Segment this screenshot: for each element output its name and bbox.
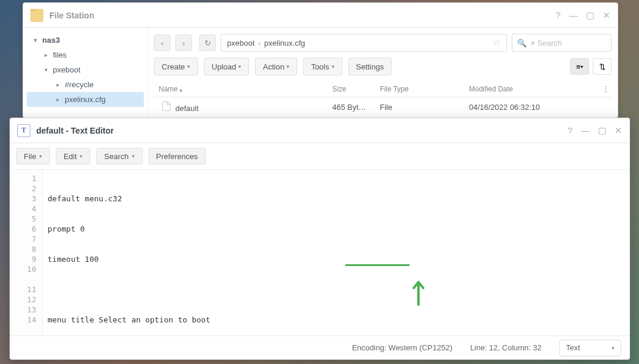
- code-line: prompt 0: [48, 224, 629, 234]
- syntax-mode-select[interactable]: Text▾: [559, 340, 621, 356]
- minimize-icon[interactable]: —: [581, 125, 590, 136]
- status-bar: Encoding: Western (CP1252) Line: 12, Col…: [10, 335, 629, 359]
- chevron-right-icon: ▸: [45, 52, 51, 58]
- reload-button[interactable]: ↻: [199, 34, 216, 51]
- code-line: menu title Select an option to boot: [48, 315, 629, 325]
- create-button[interactable]: Create▾: [154, 58, 198, 75]
- tree-item-pxeboot[interactable]: ▾pxeboot: [23, 62, 147, 77]
- file-menu[interactable]: File▾: [16, 148, 50, 164]
- tree-item-files[interactable]: ▸files: [23, 48, 147, 62]
- file-station-title: File Station: [49, 11, 94, 20]
- tree-root-nas3[interactable]: ▾nas3: [23, 33, 147, 48]
- close-icon[interactable]: ✕: [603, 10, 610, 21]
- code-line: [48, 284, 629, 295]
- text-editor-titlebar[interactable]: T default - Text Editor ? — ▢ ✕: [10, 118, 629, 143]
- col-size[interactable]: Size: [332, 85, 380, 93]
- star-icon[interactable]: ☆: [493, 37, 501, 48]
- status-position: Line: 12, Column: 32: [470, 343, 542, 352]
- search-icon: 🔍: [517, 39, 527, 48]
- breadcrumb-part[interactable]: pxelinux.cfg: [265, 39, 306, 48]
- text-editor-title: default - Text Editor: [36, 126, 114, 135]
- close-icon[interactable]: ✕: [615, 125, 622, 136]
- text-editor-window: T default - Text Editor ? — ▢ ✕ File▾ Ed…: [10, 118, 630, 360]
- nav-back-button[interactable]: ‹: [154, 34, 171, 51]
- folder-app-icon: [30, 9, 43, 22]
- file-table: Name ▴ Size File Type Modified Date ⋮ de…: [154, 81, 612, 117]
- help-icon[interactable]: ?: [556, 10, 561, 21]
- tree-item-pxelinux-cfg[interactable]: ▸pxelinux.cfg: [27, 92, 144, 107]
- nav-forward-button[interactable]: ›: [175, 34, 192, 51]
- chevron-down-icon: ▾: [45, 67, 51, 73]
- annotation-arrow-icon: [373, 271, 427, 320]
- file-station-main: ‹ › ↻ pxeboot › pxelinux.cfg ☆ 🔍▾ Search…: [148, 28, 618, 118]
- minimize-icon[interactable]: —: [569, 10, 578, 21]
- tools-button[interactable]: Tools▾: [303, 58, 342, 75]
- action-button[interactable]: Action▾: [255, 58, 297, 75]
- file-station-sidebar: ▾nas3 ▸files ▾pxeboot ▸#recycle ▸pxelinu…: [23, 28, 148, 118]
- breadcrumb-part[interactable]: pxeboot: [227, 39, 254, 48]
- list-view-button[interactable]: ≡▾: [570, 58, 589, 75]
- table-row[interactable]: default 465 Byt… File 04/16/2022 06:32:1…: [154, 97, 612, 117]
- col-modified[interactable]: Modified Date: [469, 85, 600, 93]
- help-icon[interactable]: ?: [568, 125, 572, 136]
- table-header: Name ▴ Size File Type Modified Date ⋮: [154, 81, 612, 97]
- chevron-down-icon: ▾: [34, 37, 40, 43]
- text-editor-menubar: File▾ Edit▾ Search▾ Preferences: [10, 143, 629, 170]
- search-input[interactable]: 🔍▾ Search: [512, 34, 612, 52]
- tree-item-recycle[interactable]: ▸#recycle: [23, 77, 147, 92]
- line-gutter: 1234567891011121314: [10, 170, 43, 335]
- upload-button[interactable]: Upload▾: [204, 58, 249, 75]
- chevron-right-icon: ▸: [56, 81, 62, 88]
- maximize-icon[interactable]: ▢: [598, 125, 606, 136]
- preferences-menu[interactable]: Preferences: [149, 148, 206, 164]
- edit-menu[interactable]: Edit▾: [56, 148, 90, 164]
- sort-button[interactable]: ⇅: [593, 58, 612, 75]
- status-encoding: Encoding: Western (CP1252): [352, 343, 452, 352]
- text-editor-app-icon: T: [17, 124, 30, 137]
- annotation-underline: [345, 264, 410, 266]
- maximize-icon[interactable]: ▢: [586, 10, 594, 21]
- col-type[interactable]: File Type: [380, 85, 469, 93]
- editor-area[interactable]: 1234567891011121314 default menu.c32 pro…: [10, 170, 629, 335]
- chevron-right-icon: ▸: [56, 96, 62, 103]
- code-line: default menu.c32: [48, 194, 629, 204]
- file-station-titlebar[interactable]: File Station ? — ▢ ✕: [23, 3, 618, 28]
- file-station-window: File Station ? — ▢ ✕ ▾nas3 ▸files ▾pxebo…: [23, 2, 618, 118]
- code-content[interactable]: default menu.c32 prompt 0 timeout 100 me…: [43, 170, 629, 335]
- settings-button[interactable]: Settings: [348, 58, 392, 75]
- breadcrumb-sep: ›: [258, 39, 260, 48]
- breadcrumb[interactable]: pxeboot › pxelinux.cfg ☆: [221, 34, 507, 52]
- search-menu[interactable]: Search▾: [96, 148, 142, 164]
- col-menu-icon[interactable]: ⋮: [600, 85, 612, 93]
- col-name[interactable]: Name ▴: [154, 85, 332, 93]
- code-line: timeout 100: [48, 254, 629, 264]
- file-icon: [162, 102, 171, 111]
